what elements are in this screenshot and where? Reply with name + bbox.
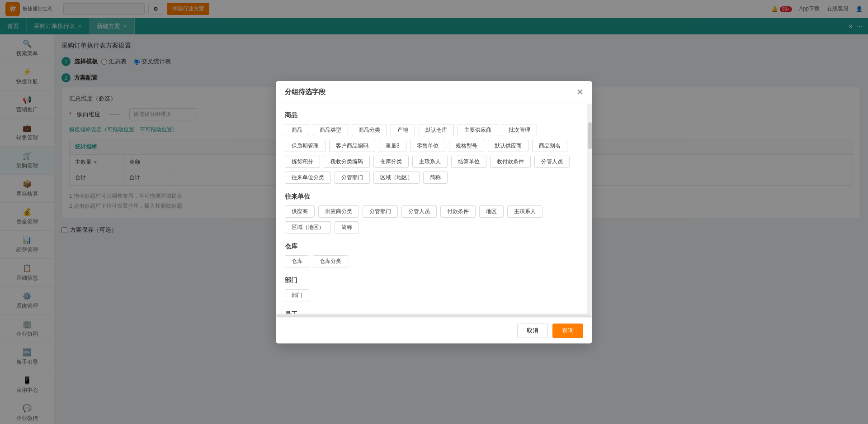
confirm-button[interactable]: 查询 [552, 324, 583, 338]
field-tag-wh-0[interactable]: 仓库 [285, 255, 309, 267]
field-tag-cp-1[interactable]: 供应商分类 [318, 205, 359, 218]
field-tag-goods-19[interactable]: 收付款条件 [490, 156, 531, 168]
scroll-thumb [588, 122, 592, 149]
field-tag-goods-10[interactable]: 零售单位 [410, 140, 445, 152]
field-tag-goods-1[interactable]: 商品类型 [313, 124, 348, 136]
field-group-goods-title: 商品 [285, 111, 578, 119]
field-tags-goods: 商品 商品类型 商品分类 产地 默认仓库 主要供应商 批次管理 保质期管理 客户… [285, 124, 578, 184]
field-group-department-title: 部门 [285, 276, 578, 285]
modal-body-wrapper: 商品 商品 商品类型 商品分类 产地 默认仓库 主要供应商 批次管理 保质期管理… [276, 104, 592, 314]
field-tag-goods-5[interactable]: 主要供应商 [458, 124, 498, 136]
field-tag-goods-24[interactable]: 简称 [423, 172, 448, 184]
modal-header: 分组待选字段 ✕ [276, 81, 592, 104]
field-tag-goods-16[interactable]: 仓库分类 [373, 156, 409, 168]
field-tag-goods-21[interactable]: 往来单位分类 [285, 172, 331, 184]
field-tag-cp-4[interactable]: 付款条件 [440, 205, 476, 218]
field-tag-goods-7[interactable]: 保质期管理 [285, 140, 326, 152]
field-tag-goods-14[interactable]: 拣货积分 [285, 156, 320, 168]
field-group-counterpart-title: 往来单位 [285, 193, 578, 201]
modal-footer: 取消 查询 [276, 318, 592, 343]
field-tag-goods-13[interactable]: 商品别名 [532, 140, 567, 152]
field-tag-goods-0[interactable]: 商品 [285, 124, 309, 136]
modal-body: 商品 商品 商品类型 商品分类 产地 默认仓库 主要供应商 批次管理 保质期管理… [276, 104, 587, 314]
field-tag-goods-9[interactable]: 重量3 [379, 140, 406, 152]
field-tag-cp-3[interactable]: 分管人员 [401, 205, 437, 218]
modal-title: 分组待选字段 [285, 88, 326, 96]
field-tag-goods-12[interactable]: 默认供应商 [488, 140, 528, 152]
field-tag-goods-18[interactable]: 结算单位 [451, 156, 486, 168]
field-group-warehouse: 仓库 仓库 仓库分类 [285, 243, 578, 267]
modal-scrollbar[interactable] [587, 104, 592, 314]
field-group-department: 部门 部门 [285, 276, 578, 301]
field-tag-cp-7[interactable]: 区域（地区） [285, 221, 331, 233]
modal-overlay: 分组待选字段 ✕ 商品 商品 商品类型 商品分类 产地 默认仓库 主要供应商 批… [0, 0, 868, 424]
field-tag-cp-2[interactable]: 分管部门 [363, 205, 398, 218]
field-group-goods: 商品 商品 商品类型 商品分类 产地 默认仓库 主要供应商 批次管理 保质期管理… [285, 111, 578, 184]
modal: 分组待选字段 ✕ 商品 商品 商品类型 商品分类 产地 默认仓库 主要供应商 批… [276, 81, 592, 343]
field-tag-cp-6[interactable]: 主联系人 [507, 205, 542, 218]
field-group-employee: 员工 业务员 [285, 310, 578, 314]
field-tag-wh-1[interactable]: 仓库分类 [313, 255, 348, 267]
hscroll-track [277, 314, 591, 317]
field-tag-cp-0[interactable]: 供应商 [285, 205, 315, 218]
modal-hscroll[interactable] [276, 314, 592, 318]
field-tag-goods-6[interactable]: 批次管理 [502, 124, 537, 136]
field-tag-cp-5[interactable]: 地区 [479, 205, 504, 218]
cancel-button[interactable]: 取消 [517, 324, 548, 338]
field-tags-department: 部门 [285, 289, 578, 301]
field-tags-counterpart: 供应商 供应商分类 分管部门 分管人员 付款条件 地区 主联系人 区域（地区） … [285, 205, 578, 233]
field-group-warehouse-title: 仓库 [285, 243, 578, 251]
field-group-employee-title: 员工 [285, 310, 578, 314]
field-tag-dept-0[interactable]: 部门 [285, 289, 309, 301]
modal-close-btn[interactable]: ✕ [576, 87, 583, 97]
field-tag-goods-20[interactable]: 分管人员 [534, 156, 570, 168]
field-tag-goods-2[interactable]: 商品分类 [352, 124, 387, 136]
field-tag-goods-4[interactable]: 默认仓库 [419, 124, 454, 136]
field-tag-goods-22[interactable]: 分管部门 [335, 172, 370, 184]
field-tag-goods-15[interactable]: 税收分类编码 [324, 156, 370, 168]
field-tag-goods-3[interactable]: 产地 [391, 124, 415, 136]
field-tag-goods-17[interactable]: 主联系人 [412, 156, 448, 168]
field-tag-goods-8[interactable]: 客户商品编码 [329, 140, 375, 152]
field-group-counterpart: 往来单位 供应商 供应商分类 分管部门 分管人员 付款条件 地区 主联系人 区域… [285, 193, 578, 233]
field-tag-goods-23[interactable]: 区域（地区） [373, 172, 420, 184]
field-tags-warehouse: 仓库 仓库分类 [285, 255, 578, 267]
field-tag-cp-8[interactable]: 简称 [335, 221, 359, 233]
field-tag-goods-11[interactable]: 规格型号 [449, 140, 484, 152]
